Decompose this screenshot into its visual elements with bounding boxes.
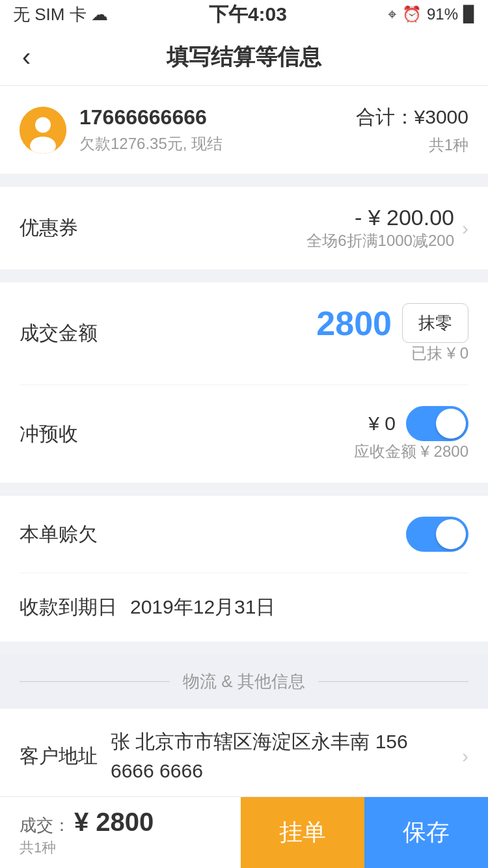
due-date-label: 收款到期日 [20, 594, 117, 621]
deal-label: 成交金额 [20, 320, 98, 347]
round-button[interactable]: 抹零 [402, 303, 468, 343]
back-button[interactable]: ‹ [16, 36, 37, 78]
logistics-title: 物流 & 其他信息 [183, 670, 305, 693]
signal-text: 无 SIM 卡 ☁ [13, 3, 108, 26]
debt-toggle[interactable] [406, 517, 468, 552]
save-button[interactable]: 保存 [364, 797, 488, 869]
debt-label: 本单赊欠 [20, 521, 98, 548]
battery-icon: ▉ [463, 5, 475, 23]
coupon-chevron-icon: › [462, 217, 468, 239]
address-card[interactable]: 客户地址 张 北京市市辖区海淀区永丰南 156 6666 6666 › [0, 709, 488, 804]
coupon-card[interactable]: 优惠券 - ¥ 200.00 全场6折满1000减200 › [0, 187, 488, 269]
deal-amount: 2800 [316, 304, 392, 343]
total-amount: 合计：¥3000 [356, 104, 468, 131]
customer-card: 17666666666 欠款1276.35元, 现结 合计：¥3000 共1种 [0, 86, 488, 174]
prepay-toggle[interactable] [406, 406, 468, 441]
prepay-sub-text: 应收金额 ¥ 2800 [354, 441, 468, 462]
location-icon: ⌖ [388, 5, 397, 23]
content-area: 17666666666 欠款1276.35元, 现结 合计：¥3000 共1种 … [0, 86, 488, 868]
time-display: 下午4:03 [209, 3, 287, 25]
footer-deal-amount: ¥ 2800 [74, 807, 154, 837]
nav-bar: ‹ 填写结算等信息 [0, 29, 488, 86]
address-chevron-icon: › [462, 745, 468, 767]
alarm-icon: ⏰ [402, 5, 422, 23]
deal-sub-text: 已抹 ¥ 0 [316, 343, 468, 364]
address-value: 张 北京市市辖区海淀区永丰南 156 6666 6666 [111, 727, 455, 785]
due-date-value: 2019年12月31日 [130, 594, 275, 621]
svg-point-1 [35, 117, 51, 133]
footer: 成交： ¥ 2800 共1种 挂单 保存 [0, 796, 488, 868]
due-date-row: 收款到期日 2019年12月31日 [20, 573, 468, 642]
debt-section: 本单赊欠 收款到期日 2019年12月31日 [0, 496, 488, 642]
coupon-discount: - ¥ 200.00 [306, 205, 454, 230]
status-bar: 无 SIM 卡 ☁ 下午4:03 ⌖ ⏰ 91% ▉ [0, 0, 488, 29]
battery-text: 91% [427, 5, 458, 23]
avatar [20, 107, 66, 154]
footer-deal-label: 成交： [20, 814, 70, 837]
customer-sub-text: 欠款1276.35元, 现结 [79, 133, 223, 154]
coupon-label: 优惠券 [20, 215, 78, 241]
coupon-desc: 全场6折满1000减200 [306, 230, 454, 251]
deal-section: 成交金额 2800 抹零 已抹 ¥ 0 冲预收 ¥ 0 [0, 282, 488, 483]
customer-phone: 17666666666 [79, 105, 223, 129]
prepay-amount: ¥ 0 [368, 413, 396, 435]
hold-button[interactable]: 挂单 [241, 797, 364, 869]
prepay-label: 冲预收 [20, 421, 78, 448]
logistics-header: 物流 & 其他信息 [0, 655, 488, 709]
footer-deal-count: 共1种 [20, 838, 221, 858]
page-title: 填写结算等信息 [167, 42, 321, 72]
total-count: 共1种 [356, 135, 468, 156]
address-label: 客户地址 [20, 743, 98, 770]
